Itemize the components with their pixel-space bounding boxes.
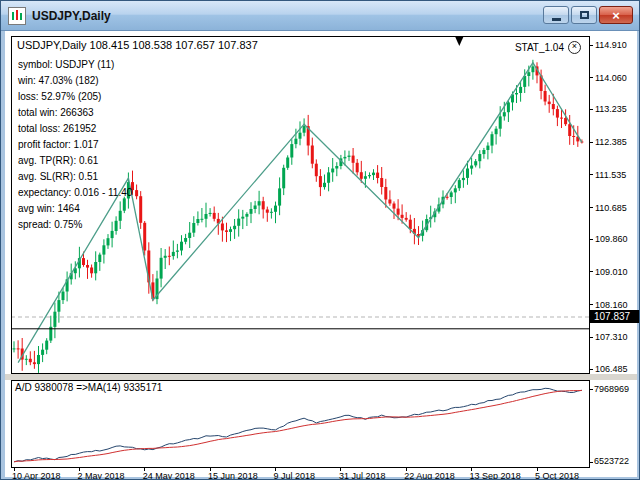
close-icon: × [612,9,620,22]
stat-line: spread: 0.75% [18,217,132,233]
price-tick-label: 112.385 [595,137,627,147]
stat-indicator-label: STAT_1.04 × [515,41,581,54]
date-label: 9 Jul 2018 [274,471,316,480]
restore-icon [580,11,589,19]
stat-line: loss: 52.97% (205) [18,89,132,105]
stat-line: total win: 266363 [18,105,132,121]
stats-block: symbol: USDJPY (11)win: 47.03% (182)loss… [18,57,132,233]
date-label: 13 Sep 2018 [470,471,521,480]
indicator-axis-label-top: 7968969 [594,384,629,394]
minimize-icon [552,18,561,21]
close-button[interactable]: × [599,6,633,24]
minimize-button[interactable] [543,6,569,24]
candlestick-chart-icon [8,7,26,25]
current-price-label: 107.837 [590,310,640,323]
price-tick-label: 108.160 [595,300,628,310]
indicator-axis-label-bottom: 6523722 [594,456,629,466]
stat-line: symbol: USDJPY (11) [18,57,132,73]
price-tick-label: 109.010 [595,267,628,277]
window-title: USDJPY,Daily [32,9,111,23]
date-label: 15 Jun 2018 [208,471,258,480]
price-tick-label: 113.235 [595,104,627,114]
price-tick-label: 109.860 [595,234,628,244]
date-label: 10 Apr 2018 [12,471,61,480]
mt4-chart-window: 114.910114.060113.235112.385111.535110.6… [0,0,640,480]
stat-line: avg win: 1464 [18,201,132,217]
circle-x-icon[interactable]: × [568,41,581,54]
date-label: 5 Oct 2018 [535,471,579,480]
date-label: 22 Aug 2018 [404,471,455,480]
stat-line: profit factor: 1.017 [18,137,132,153]
date-label: 31 Jul 2018 [339,471,386,480]
date-label: 2 May 2018 [77,471,124,480]
stat-label-text: STAT_1.04 [515,42,564,53]
ohlc-info: USDJPY,Daily 108.415 108.538 107.657 107… [17,39,258,51]
price-tick-label: 111.535 [595,170,626,180]
price-tick-label: 110.685 [595,203,627,213]
indicator-label: A/D 9380078 =>MA(14) 9335171 [15,382,162,393]
pane-splitter[interactable] [5,374,637,380]
price-tick-label: 114.910 [595,40,627,50]
window-controls: × [543,6,633,24]
price-tick-label: 107.310 [595,332,628,342]
date-label: 24 May 2018 [143,471,195,480]
price-tick-label: 114.060 [595,73,627,83]
stat-line: avg. TP(RR): 0.61 [18,153,132,169]
price-tick-label: 106.485 [595,364,628,374]
stat-line: win: 47.03% (182) [18,73,132,89]
stat-line: expectancy: 0.016 - 11.40 [18,185,132,201]
stat-line: total loss: 261952 [18,121,132,137]
restore-button[interactable] [571,6,597,24]
stat-line: avg. SL(RR): 0.51 [18,169,132,185]
